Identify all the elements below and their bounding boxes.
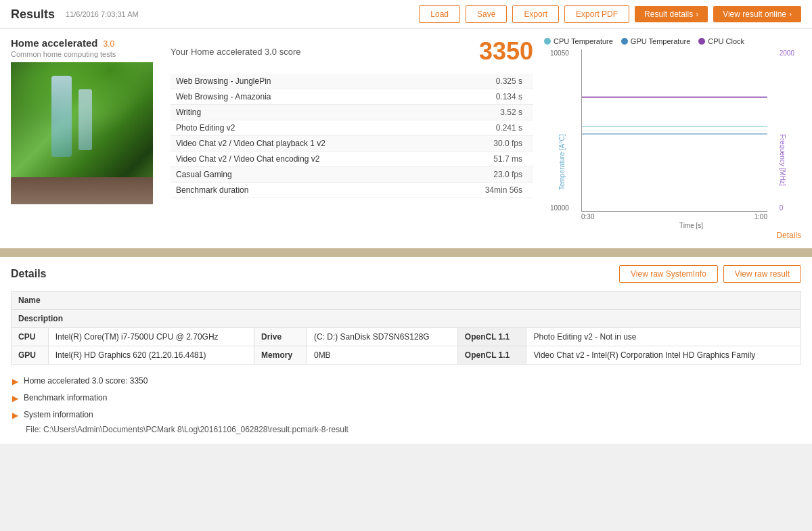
file-path: File: C:\Users\Admin\Documents\PCMark 8\… xyxy=(11,423,801,436)
table-row: Benchmark duration34min 56s xyxy=(171,183,533,198)
expand-arrow-icon: ▶ xyxy=(12,411,18,420)
legend-gpu-temp: GPU Temperature xyxy=(621,37,690,45)
x-labels: 0:30 1:00 xyxy=(581,213,767,221)
details-actions: View raw SystemInfo View raw result xyxy=(619,265,801,283)
table-row: Video Chat v2 / Video Chat playback 1 v2… xyxy=(171,136,533,152)
chart-wrapper: Temperature [A°C] Frequency [MHz] 10050 … xyxy=(581,49,767,212)
row-name: Video Chat v2 / Video Chat playback 1 v2 xyxy=(171,136,443,152)
row-name: Writing xyxy=(171,105,443,120)
score-value: 3350 xyxy=(479,37,533,66)
gpu-value: Intel(R) HD Graphics 620 (21.20.16.4481) xyxy=(48,346,254,365)
expand-label: System information xyxy=(24,410,93,419)
expand-item[interactable]: ▶Benchmark information xyxy=(11,390,801,407)
expand-arrow-icon: ▶ xyxy=(12,394,18,403)
row-value: 23.0 fps xyxy=(443,167,533,183)
details-header: Details View raw SystemInfo View raw res… xyxy=(11,265,801,283)
table-row: Writing3.52 s xyxy=(171,105,533,120)
x-axis-label: Time [s] xyxy=(581,222,801,229)
section-divider xyxy=(0,250,812,257)
row-value: 0.134 s xyxy=(443,89,533,105)
expandable-items: ▶Home accelerated 3.0 score: 3350▶Benchm… xyxy=(11,373,801,423)
memory-label: Memory xyxy=(254,346,307,365)
gpu-label: GPU xyxy=(12,346,49,365)
y-left-labels: 10050 10000 xyxy=(550,49,569,212)
y-right-labels: 2000 0 xyxy=(780,49,794,212)
drive-value: (C: D:) SanDisk SD7SN6S128G xyxy=(307,328,457,346)
benchmark-image xyxy=(11,62,153,204)
expand-arrow-icon: ▶ xyxy=(12,377,18,386)
cpu-clock-label: CPU Clock xyxy=(708,37,744,45)
memory-value: 0MB xyxy=(307,346,457,365)
benchmark-name: Home accelerated xyxy=(11,37,97,49)
top-section: Home accelerated 3.0 Common home computi… xyxy=(0,29,812,250)
export-button[interactable]: Export xyxy=(512,5,559,23)
row-name: Benchmark duration xyxy=(171,183,443,198)
row-value: 3.52 s xyxy=(443,105,533,120)
opencl2-value: Video Chat v2 - Intel(R) Corporation Int… xyxy=(526,346,801,365)
legend-cpu-clock: CPU Clock xyxy=(698,37,744,45)
opencl1-value: Photo Editing v2 - Not in use xyxy=(526,328,801,346)
legend-cpu-temp: CPU Temperature xyxy=(544,37,613,45)
chart-panel: CPU Temperature GPU Temperature CPU Cloc… xyxy=(544,37,801,240)
table-row: Photo Editing v20.241 s xyxy=(171,120,533,136)
benchmark-version: 3.0 xyxy=(103,39,114,49)
cpu-clock-dot xyxy=(698,38,705,45)
benchmark-description: Common home computing tests xyxy=(11,50,160,58)
view-raw-sysinfo-button[interactable]: View raw SystemInfo xyxy=(619,265,718,283)
description-header: Description xyxy=(12,310,801,328)
row-name: Photo Editing v2 xyxy=(171,120,443,136)
row-value: 0.325 s xyxy=(443,74,533,89)
row-name: Web Browsing - Amazonia xyxy=(171,89,443,105)
chart-legend: CPU Temperature GPU Temperature CPU Cloc… xyxy=(544,37,801,45)
gpu-temp-dot xyxy=(621,38,628,45)
table-row: Casual Gaming23.0 fps xyxy=(171,167,533,183)
details-section: Details View raw SystemInfo View raw res… xyxy=(0,257,812,444)
chart-svg xyxy=(582,49,767,211)
details-title: Details xyxy=(11,268,46,280)
results-table: Web Browsing - JunglePin0.325 sWeb Brows… xyxy=(171,74,533,198)
view-online-button[interactable]: View result online › xyxy=(713,6,801,22)
score-panel: Your Home accelerated 3.0 score 3350 Web… xyxy=(171,37,533,240)
row-value: 30.0 fps xyxy=(443,136,533,152)
name-header: Name xyxy=(12,292,801,310)
opencl2-label: OpenCL 1.1 xyxy=(457,346,526,365)
expand-item[interactable]: ▶System information xyxy=(11,407,801,423)
row-name: Web Browsing - JunglePin xyxy=(171,74,443,89)
chart-area xyxy=(581,49,767,212)
cpu-label: CPU xyxy=(12,328,49,346)
row-value: 51.7 ms xyxy=(443,152,533,167)
export-pdf-button[interactable]: Export PDF xyxy=(564,5,629,23)
cpu-temp-dot xyxy=(544,38,551,45)
expand-label: Benchmark information xyxy=(24,393,107,402)
load-button[interactable]: Load xyxy=(419,5,460,23)
table-row: Web Browsing - JunglePin0.325 s xyxy=(171,74,533,89)
header-bar: Results 11/6/2016 7:03:31 AM Load Save E… xyxy=(0,0,812,29)
cpu-temp-label: CPU Temperature xyxy=(554,37,613,45)
gpu-temp-label: GPU Temperature xyxy=(631,37,690,45)
row-name: Video Chat v2 / Video Chat encoding v2 xyxy=(171,152,443,167)
cpu-value: Intel(R) Core(TM) i7-7500U CPU @ 2.70GHz xyxy=(48,328,254,346)
table-row: Web Browsing - Amazonia0.134 s xyxy=(171,89,533,105)
row-value: 0.241 s xyxy=(443,120,533,136)
expand-label: Home accelerated 3.0 score: 3350 xyxy=(24,376,148,386)
drive-label: Drive xyxy=(254,328,307,346)
expand-item[interactable]: ▶Home accelerated 3.0 score: 3350 xyxy=(11,373,801,390)
benchmark-panel: Home accelerated 3.0 Common home computi… xyxy=(11,37,160,240)
row-value: 34min 56s xyxy=(443,183,533,198)
system-info-row-1: CPU Intel(R) Core(TM) i7-7500U CPU @ 2.7… xyxy=(12,328,801,346)
result-date: 11/6/2016 7:03:31 AM xyxy=(66,10,139,18)
view-raw-result-button[interactable]: View raw result xyxy=(723,265,801,283)
result-details-button[interactable]: Result details › xyxy=(635,6,708,22)
table-row: Video Chat v2 / Video Chat encoding v251… xyxy=(171,152,533,167)
chart-details-link[interactable]: Details xyxy=(544,231,801,240)
score-label: Your Home accelerated 3.0 score xyxy=(171,47,300,57)
opencl1-label: OpenCL 1.1 xyxy=(457,328,526,346)
system-info-row-2: GPU Intel(R) HD Graphics 620 (21.20.16.4… xyxy=(12,346,801,365)
page-title: Results xyxy=(11,7,55,22)
system-info-table: Name Description CPU Intel(R) Core(TM) i… xyxy=(11,291,801,365)
row-name: Casual Gaming xyxy=(171,167,443,183)
save-button[interactable]: Save xyxy=(466,5,507,23)
